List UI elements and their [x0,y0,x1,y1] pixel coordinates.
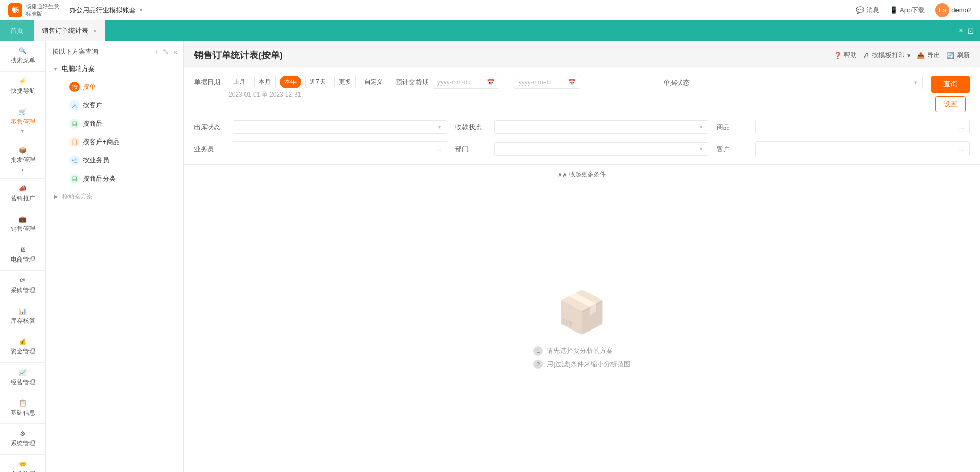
date-btn-last-7-days[interactable]: 近7天 [305,76,330,88]
ecommerce-icon: 🖥 [20,246,26,253]
app-title-dropdown-icon[interactable]: ▾ [140,7,142,13]
sidebar-item-ecommerce[interactable]: 🖥 电商管理 [0,240,45,271]
filter-area: 单据日期 上月 本月 本年 近7天 更多 自定义 2023-01-0 [184,67,980,165]
calendar-start-icon[interactable]: 📅 [487,79,495,86]
sidebar-item-retail[interactable]: 🛒 零售管理 ▾ [0,102,45,140]
scheme-by-goods-icon: 目 [69,119,80,129]
tree-children: 按 按单 人 按客户 目 按商品 目 按客户+商品 柱 按业务员 [46,78,183,188]
collapse-row: ∧∧ 收起更多条件 [184,165,980,184]
collapse-panel-icon[interactable]: « [173,48,177,56]
refresh-button[interactable]: 🔄 刷新 [946,51,970,60]
message-button[interactable]: 💬 消息 [856,6,879,15]
expected-date-end-input[interactable]: yyyy-mm-dd 📅 [514,76,580,89]
help-button[interactable]: ❓ 帮助 [834,51,857,60]
marketing-icon: 📣 [19,185,27,192]
sidebar: 🔍 搜索菜单 ⚡ 快捷导航 🛒 零售管理 ▾ 📦 批发管理 ▴ 📣 营销推广 💼… [0,41,46,472]
main-layout: 🔍 搜索菜单 ⚡ 快捷导航 🛒 零售管理 ▾ 📦 批发管理 ▴ 📣 营销推广 💼… [0,41,980,472]
retail-arrow-icon: ▾ [21,128,24,134]
status-select[interactable]: ▾ [698,76,923,89]
salesman-dots-icon[interactable]: ... [436,145,442,153]
sales-icon: 💼 [19,216,27,223]
topbar-right: 💬 消息 📱 App下载 Ea demo2 [856,3,972,17]
goods-label: 商品 [717,123,747,132]
goods-input-dots-icon[interactable]: ... [959,123,964,131]
right-content: 销售订单统计表(按单) ❓ 帮助 🖨 按模板打印 ▾ 📤 导出 [184,41,980,472]
mobile-section-header[interactable]: ▶ 移动端方案 [46,188,183,205]
search-button[interactable]: 查询 [931,76,970,93]
sidebar-item-purchase[interactable]: 🛍 采购管理 [0,271,45,301]
status-select-arrow-icon: ▾ [914,79,917,86]
topbar: 畅 畅捷通好生意 标准版 办公用品行业模拟账套 ▾ 💬 消息 📱 App下载 E… [0,0,980,20]
scheme-item-by-customer[interactable]: 人 按客户 [61,96,183,114]
date-btn-more[interactable]: 更多 [334,76,356,88]
sidebar-item-marketing[interactable]: 📣 营销推广 [0,179,45,209]
customer-input[interactable]: ... [755,141,970,156]
date-btn-this-year[interactable]: 本年 [280,76,301,88]
wholesale-icon: 📦 [19,147,27,154]
customer-dots-icon[interactable]: ... [959,145,964,153]
app-download-button[interactable]: 📱 App下载 [890,6,925,15]
status-label: 单据状态 [663,78,694,87]
sidebar-item-inventory[interactable]: 📊 库存核算 [0,301,45,332]
enterprise-icon: 🤝 [19,461,27,468]
content-area: 按以下方案查询 + ✎ « ▾ 电脑端方案 按 按单 人 按客户 [46,41,980,472]
scheme-by-customer-icon: 人 [69,100,80,110]
setting-button[interactable]: 设置 [935,96,966,112]
delivery-select[interactable]: ▾ [233,120,447,134]
sidebar-item-wholesale[interactable]: 📦 批发管理 ▴ [0,140,45,179]
sidebar-item-enterprise[interactable]: 🤝 企业协同 [0,455,45,472]
tab-home[interactable]: 首页 [0,20,34,41]
system-icon: ⚙ [20,430,26,437]
department-arrow-icon: ▾ [700,146,703,152]
scheme-by-salesman-icon: 柱 [69,155,80,166]
expected-date-start-input[interactable]: yyyy-mm-dd 📅 [433,76,499,89]
tab-close-icon[interactable]: × [93,28,96,34]
user-name: demo2 [951,6,972,14]
user-area[interactable]: Ea demo2 [935,3,972,17]
logo-text: 畅捷通好生意 标准版 [26,3,59,17]
window-close-icon[interactable]: × [959,26,963,35]
add-scheme-icon[interactable]: + [155,48,159,56]
operations-icon: 📈 [19,369,27,376]
date-btn-custom[interactable]: 自定义 [360,76,387,88]
basic-info-icon: 📋 [19,399,27,407]
payment-select[interactable]: ▾ [494,120,708,134]
empty-tip-1: 1 请先选择要分析的方案 [533,346,630,356]
date-buttons: 上月 本月 本年 近7天 更多 自定义 [229,76,387,88]
goods-input[interactable]: ... [755,120,970,134]
scheme-item-by-goods-category[interactable]: 目 按商品分类 [61,170,183,188]
scheme-by-customer-goods-icon: 目 [69,137,80,147]
page-header: 销售订单统计表(按单) ❓ 帮助 🖨 按模板打印 ▾ 📤 导出 [184,41,980,67]
department-select[interactable]: ▾ [494,142,708,156]
scheme-item-by-customer-goods[interactable]: 目 按客户+商品 [61,133,183,151]
date-btn-last-month[interactable]: 上月 [229,76,250,88]
sidebar-item-finance[interactable]: 💰 资金管理 [0,332,45,363]
sidebar-item-basic-info[interactable]: 📋 基础信息 [0,393,45,424]
scheme-item-by-goods[interactable]: 目 按商品 [61,114,183,133]
scheme-by-goods-category-icon: 目 [69,174,80,184]
sidebar-item-search[interactable]: 🔍 搜索菜单 [0,41,45,72]
nav-icon: ⚡ [19,78,27,85]
edit-scheme-icon[interactable]: ✎ [163,48,169,56]
tab-sales-stats[interactable]: 销售订单统计表 × [34,20,105,41]
delivery-arrow-icon: ▾ [438,124,442,130]
collapse-button[interactable]: ∧∧ 收起更多条件 [558,170,606,179]
desktop-section-header[interactable]: ▾ 电脑端方案 [46,60,183,78]
logo-icon: 畅 [8,3,22,17]
sidebar-item-operations[interactable]: 📈 经营管理 [0,363,45,393]
department-label: 部门 [455,145,486,154]
date-separator: — [503,79,510,86]
date-btn-this-month[interactable]: 本月 [254,76,276,88]
empty-tip-2: 2 用[过滤]条件来缩小分析范围 [533,360,630,369]
tabbar: 首页 销售订单统计表 × × ⊡ [0,20,980,41]
sidebar-item-system[interactable]: ⚙ 系统管理 [0,424,45,455]
print-button[interactable]: 🖨 按模板打印 ▾ [863,51,911,60]
scheme-item-by-salesman[interactable]: 柱 按业务员 [61,151,183,170]
export-button[interactable]: 📤 导出 [917,51,940,60]
salesman-input[interactable]: ... [233,141,447,156]
window-maximize-icon[interactable]: ⊡ [967,26,974,36]
scheme-item-by-order[interactable]: 按 按单 [61,78,183,96]
calendar-end-icon[interactable]: 📅 [568,79,576,86]
sidebar-item-sales[interactable]: 💼 销售管理 [0,209,45,240]
sidebar-item-quick-nav[interactable]: ⚡ 快捷导航 [0,72,45,102]
